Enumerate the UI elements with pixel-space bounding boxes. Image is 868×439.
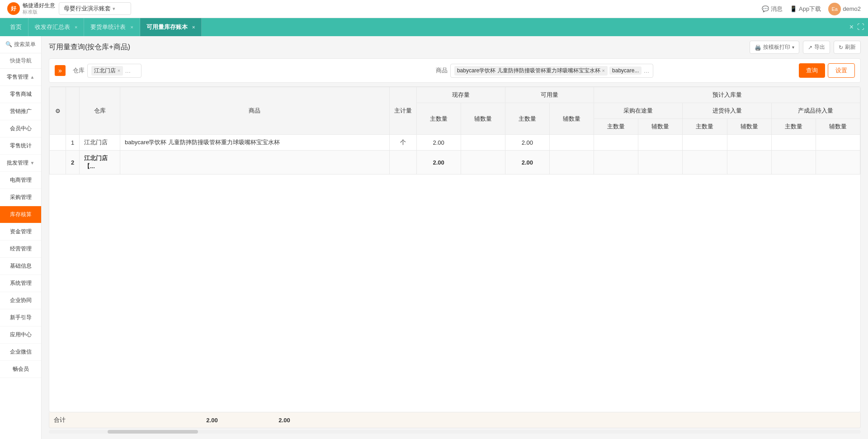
tab-available-stock[interactable]: 可用量库存账本 ×	[140, 18, 202, 36]
sidebar-item-enterprise-label: 企业协同	[10, 297, 32, 304]
tab-bar: 首页 收发存汇总表 × 要货单统计表 × 可用量库存账本 × × ⛶	[0, 18, 868, 36]
td-inbound-main2	[683, 151, 727, 175]
sidebar-item-finance[interactable]: 资金管理	[0, 223, 41, 241]
sidebar-item-enterprise-wechat[interactable]: 企业微信	[0, 344, 41, 361]
sidebar-item-retail-mall[interactable]: 零售商城	[0, 86, 41, 103]
sidebar-item-system[interactable]: 系统管理	[0, 275, 41, 292]
td-purchase-main2	[594, 151, 638, 175]
quick-nav-button[interactable]: 快捷导航	[0, 53, 41, 69]
scroll-thumb[interactable]	[108, 430, 198, 434]
tab-order-stats-close[interactable]: ×	[130, 24, 133, 30]
close-all-icon[interactable]: ×	[849, 23, 854, 31]
search-menu-button[interactable]: 🔍 搜索菜单	[4, 41, 38, 48]
product-tag1-close[interactable]: ×	[602, 68, 605, 73]
tab-receive-send-close[interactable]: ×	[75, 24, 77, 30]
sidebar-item-basic-info-label: 基础信息	[10, 262, 32, 270]
industry-label: 母婴行业演示账套	[64, 5, 111, 13]
sidebar-item-retail-stats-label: 零售统计	[10, 142, 32, 150]
sidebar-item-marketing-label: 营销推广	[10, 108, 32, 115]
sidebar-item-operations[interactable]: 经营管理	[0, 241, 41, 258]
data-table-container: ⚙ 仓库 商品 主计量 现存量 可用量 预计入库量 主数量 辅数量 主数量 辅数…	[49, 86, 861, 412]
th-inbound-main: 主数量	[683, 119, 727, 135]
sidebar-item-ecommerce-label: 电商管理	[10, 176, 32, 184]
table-footer: 合计 2.00 2.00	[49, 412, 861, 428]
th-product-group: 产成品待入量	[771, 103, 860, 119]
sidebar-item-marketing[interactable]: 营销推广	[0, 103, 41, 120]
sidebar-item-new-guide[interactable]: 新手引导	[0, 309, 41, 326]
sidebar-item-new-guide-label: 新手引导	[10, 314, 32, 321]
logo-icon: 好	[7, 2, 20, 15]
td-product-main	[771, 135, 816, 151]
message-button[interactable]: 💬 消息	[762, 5, 783, 13]
td-available-aux	[549, 135, 594, 151]
tab-home[interactable]: 首页	[4, 18, 28, 36]
footer-stock-main: 2.00	[194, 417, 230, 424]
tab-receive-send[interactable]: 收发存汇总表 ×	[28, 18, 84, 36]
th-inbound-aux: 辅数量	[727, 119, 771, 135]
sidebar-item-enterprise[interactable]: 企业协同	[0, 292, 41, 309]
maximize-icon[interactable]: ⛶	[857, 23, 864, 31]
product-value2: babycare...	[612, 67, 639, 74]
warehouse-more[interactable]: …	[125, 67, 131, 74]
warehouse-tag-close[interactable]: ×	[118, 68, 120, 73]
th-available-aux: 辅数量	[549, 103, 594, 135]
td-stock-aux	[461, 135, 505, 151]
refresh-button[interactable]: ↻ 刷新	[834, 41, 861, 54]
app-download-button[interactable]: 📱 App下载	[790, 5, 821, 13]
sidebar-item-finance-label: 资金管理	[10, 228, 32, 236]
page-actions: 🖨️ 按模板打印 ▾ ↗ 导出 ↻ 刷新	[750, 41, 861, 54]
sidebar-item-procurement[interactable]: 采购管理	[0, 189, 41, 206]
sidebar-item-vip[interactable]: 畅会员	[0, 361, 41, 378]
th-product: 商品	[120, 87, 390, 135]
td-product-aux	[816, 135, 860, 151]
tab-available-stock-close[interactable]: ×	[192, 24, 195, 30]
sidebar-item-wholesale[interactable]: 批发管理 ▼	[0, 155, 41, 172]
export-button[interactable]: ↗ 导出	[803, 41, 830, 54]
td-product: babycare学饮杯 儿童防摔防撞吸管杯重力球吸嘴杯宝宝水杯	[120, 135, 390, 151]
query-label: 查询	[806, 67, 818, 74]
td-inbound-main	[683, 135, 727, 151]
th-stock-aux: 辅数量	[461, 103, 505, 135]
sidebar-item-wholesale-label: 批发管理	[7, 159, 28, 167]
tab-home-label: 首页	[10, 23, 22, 31]
product-more[interactable]: …	[643, 67, 649, 74]
industry-selector[interactable]: 母婴行业演示账套 ▾	[59, 2, 131, 15]
table-row: 1 江北门店 babycare学饮杯 儿童防摔防撞吸管杯重力球吸嘴杯宝宝水杯 个…	[50, 135, 860, 151]
td-warehouse2: 江北门店【...	[80, 151, 120, 175]
td-purchase-aux	[638, 135, 683, 151]
print-button[interactable]: 🖨️ 按模板打印 ▾	[750, 41, 799, 54]
footer-values: 2.00 2.00	[126, 417, 856, 424]
sidebar-search-area: 🔍 搜索菜单	[0, 36, 41, 53]
th-product-main: 主数量	[771, 119, 816, 135]
sidebar-item-retail-stats[interactable]: 零售统计	[0, 137, 41, 155]
user-profile[interactable]: Ea demo2	[828, 3, 861, 15]
tab-receive-send-label: 收发存汇总表	[35, 23, 70, 31]
tab-bar-right: × ⛶	[849, 23, 864, 31]
warehouse-input[interactable]: 江北门店 × …	[87, 64, 142, 78]
settings-button[interactable]: 设置	[828, 63, 855, 78]
td-stock-main2: 2.00	[416, 151, 461, 175]
th-available-group: 可用量	[505, 87, 594, 103]
filter-expand-button[interactable]: »	[55, 65, 66, 76]
td-seq2: 2	[66, 151, 80, 175]
query-button[interactable]: 查询	[799, 63, 825, 78]
product-filter-group: 商品 babycare学饮杯 儿童防摔防撞吸管杯重力球吸嘴杯宝宝水杯 × bab…	[436, 64, 792, 78]
sidebar-item-app-center[interactable]: 应用中心	[0, 326, 41, 344]
horizontal-scrollbar[interactable]	[49, 430, 861, 434]
td-inbound-aux2	[727, 151, 771, 175]
sidebar-item-inventory[interactable]: 库存核算	[0, 206, 41, 223]
td-product2	[120, 151, 390, 175]
sidebar-item-retail[interactable]: 零售管理 ▲	[0, 69, 41, 86]
sidebar-item-membership[interactable]: 会员中心	[0, 120, 41, 137]
th-inbound-group: 进货待入量	[683, 103, 771, 119]
th-settings[interactable]: ⚙	[50, 87, 66, 135]
tab-available-stock-label: 可用量库存账本	[146, 23, 188, 31]
td-purchase-aux2	[638, 151, 683, 175]
sidebar-item-ecommerce[interactable]: 电商管理	[0, 172, 41, 189]
td-seq: 1	[66, 135, 80, 151]
top-bar-left: 好 畅捷通好生意 标准版 母婴行业演示账套 ▾	[7, 2, 131, 15]
tab-order-stats[interactable]: 要货单统计表 ×	[84, 18, 140, 36]
sidebar-item-basic-info[interactable]: 基础信息	[0, 258, 41, 275]
td-settings	[50, 135, 66, 151]
product-input[interactable]: babycare学饮杯 儿童防摔防撞吸管杯重力球吸嘴杯宝宝水杯 × babyca…	[450, 64, 654, 78]
